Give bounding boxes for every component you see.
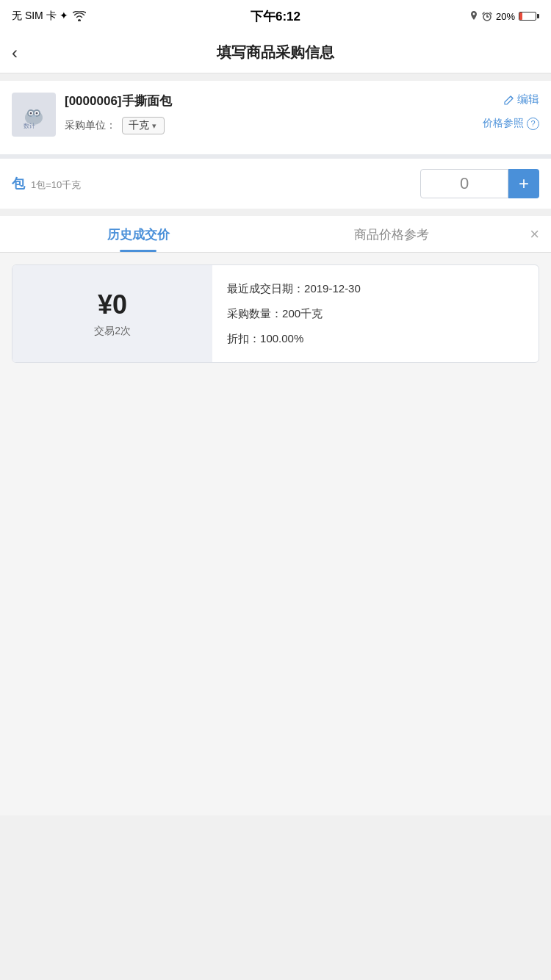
sim-status: 无 SIM 卡 ✦ [12,10,68,23]
battery-icon [519,12,539,21]
bottom-space [0,375,551,815]
svg-point-10 [32,115,36,118]
price-amount: ¥0 [98,289,127,320]
product-details: [0000006]手撕面包 采购单位： 千克 ▾ [65,93,172,134]
product-info: 数计 [0000006]手撕面包 采购单位： 千克 ▾ [12,93,172,137]
unit-arrow-icon: ▾ [152,121,156,131]
status-left: 无 SIM 卡 ✦ [12,10,86,23]
nav-bar: ‹ 填写商品采购信息 [0,32,551,73]
location-icon [469,11,478,21]
qty-right: 0 + [420,169,539,198]
tabs-section: 历史成交价 商品价格参考 × ¥0 交易2次 最近成交日期：2019-12-30… [0,216,551,375]
status-bar: 无 SIM 卡 ✦ 下午6:12 20% [0,0,551,32]
qty-left: 包 1包=10千克 [12,175,81,192]
question-icon: ? [527,118,539,130]
tab-close-button[interactable]: × [518,219,539,250]
product-header: 数计 [0000006]手撕面包 采购单位： 千克 ▾ [12,93,539,137]
price-card-area: ¥0 交易2次 最近成交日期：2019-12-30 采购数量：200千克 折扣：… [0,253,551,375]
quantity-row: 包 1包=10千克 0 + [0,159,551,209]
edit-icon [504,95,514,105]
qty-unit: 包 [12,175,25,192]
product-unit-row: 采购单位： 千克 ▾ [65,117,172,134]
qty-conversion: 1包=10千克 [31,179,81,192]
battery-percent: 20% [496,11,515,22]
product-thumbnail: 数计 [12,93,56,137]
product-name: [0000006]手撕面包 [65,93,172,109]
status-time: 下午6:12 [251,8,300,25]
price-transactions: 交易2次 [94,325,131,338]
product-image: 数计 [19,100,48,129]
tabs-header: 历史成交价 商品价格参考 × [0,216,551,253]
svg-point-9 [36,112,38,115]
price-card-right: 最近成交日期：2019-12-30 采购数量：200千克 折扣：100.00% [212,265,539,362]
svg-text:数计: 数计 [24,123,35,129]
price-card: ¥0 交易2次 最近成交日期：2019-12-30 采购数量：200千克 折扣：… [12,264,539,363]
price-ref-button[interactable]: 价格参照 ? [483,117,539,130]
wifi-icon [73,11,86,21]
quantity-plus-button[interactable]: + [508,169,539,198]
unit-value: 千克 [129,119,149,132]
price-detail-date: 最近成交日期：2019-12-30 [227,280,524,298]
page-title: 填写商品采购信息 [217,43,334,62]
price-detail-discount: 折扣：100.00% [227,330,524,347]
alarm-icon [482,11,492,21]
tab-product-price-ref[interactable]: 商品价格参考 [265,216,519,252]
tab-history-price[interactable]: 历史成交价 [12,216,265,252]
status-right: 20% [469,11,539,22]
price-card-left: ¥0 交易2次 [12,265,212,362]
quantity-input[interactable]: 0 [420,169,508,198]
back-button[interactable]: ‹ [12,40,24,66]
unit-label: 采购单位： [65,119,116,132]
svg-point-8 [30,112,32,115]
unit-selector[interactable]: 千克 ▾ [122,117,165,134]
product-card: 数计 [0000006]手撕面包 采购单位： 千克 ▾ [0,81,551,154]
right-column: 编辑 价格参照 ? [483,93,539,130]
edit-button[interactable]: 编辑 [504,93,539,107]
price-detail-quantity: 采购数量：200千克 [227,305,524,323]
